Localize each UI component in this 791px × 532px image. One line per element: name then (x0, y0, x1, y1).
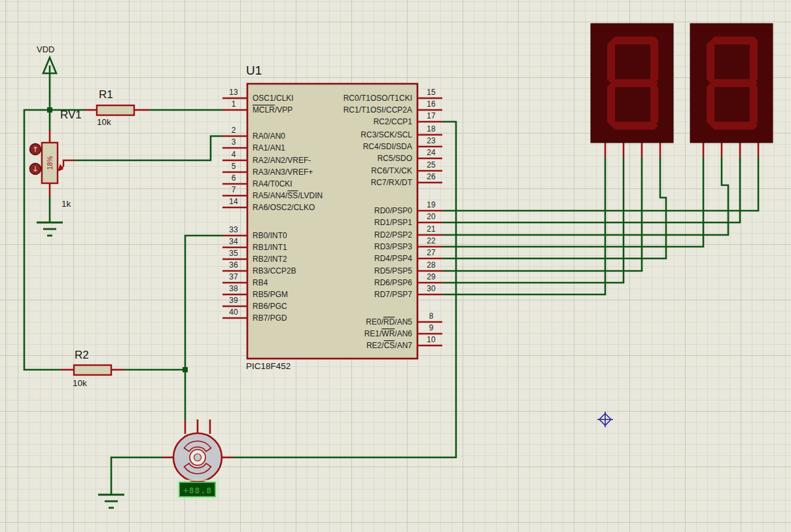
pin-number: 27 (427, 248, 436, 257)
pin-label: RA1/AN1 (253, 143, 285, 152)
segment (711, 122, 758, 130)
pin-number: 23 (427, 136, 436, 145)
pin-number: 25 (427, 160, 436, 169)
pin-number: 16 (427, 99, 436, 109)
pin-number: 26 (427, 172, 436, 181)
segment (611, 122, 658, 130)
pot-value: 1k (62, 199, 71, 209)
pin-number: 24 (427, 148, 436, 157)
mcu-u1[interactable]: U1 PIC18F452 13OSC1/CLKI1MCLR/VPP2RA0/AN… (222, 63, 442, 371)
wire[interactable] (442, 157, 758, 211)
resistor-value: 10k (97, 117, 111, 127)
pin-label: RC4/SDI/SDA (363, 142, 412, 151)
segment (611, 79, 658, 87)
pin-label: OSC1/CLKI (253, 94, 294, 103)
pin-label: RB5/PGM (253, 290, 288, 299)
pin-label: RB7/PGD (253, 313, 287, 323)
segment (650, 83, 658, 126)
ground-symbol[interactable] (37, 222, 63, 236)
wire[interactable] (442, 157, 740, 222)
wire[interactable] (442, 157, 703, 247)
motor[interactable]: +88.8 (173, 433, 222, 499)
pin-label: RB4 (253, 278, 268, 287)
vdd-terminal[interactable]: VDD (37, 44, 56, 73)
pin-number: 40 (229, 308, 238, 317)
pot-percent: 18% (46, 156, 54, 169)
seven-segment-display-2[interactable] (690, 24, 773, 143)
pin-label: RC6/TX/CK (371, 166, 412, 175)
ground-symbol[interactable] (98, 495, 124, 508)
resistor-body[interactable] (74, 365, 111, 375)
origin-marker-icon (597, 412, 613, 427)
arrow-up-icon: ↑ (32, 145, 38, 154)
pin-label: RA6/OSC2/CLKO (253, 203, 315, 212)
pin-label: RC2/CCP1 (374, 117, 413, 126)
wire[interactable] (75, 136, 222, 160)
resistor-ref: R1 (99, 88, 113, 101)
wire[interactable] (185, 236, 222, 370)
pin-label: RB3/CCP2B (253, 266, 296, 275)
pin-number: 5 (232, 162, 236, 171)
pin-number: 29 (427, 272, 436, 281)
pin-number: 1 (232, 99, 236, 109)
pin-label: RD3/PSP3 (374, 242, 412, 251)
pin-number: 21 (427, 224, 436, 234)
pin-label: RC0/T1OSO/T1CKI (343, 94, 412, 103)
wire[interactable] (442, 157, 666, 258)
pin-label: RE2/CS/AN7 (366, 341, 412, 350)
pot-wiper (63, 160, 75, 166)
meter-value: +88.8 (183, 486, 212, 495)
segment (711, 79, 758, 87)
chip-ref: U1 (246, 63, 262, 77)
pin-number: 13 (229, 88, 238, 97)
pin-number: 30 (427, 284, 436, 293)
pin-number: 14 (229, 197, 238, 206)
pin-number: 28 (427, 260, 436, 270)
schematic-canvas[interactable]: VDD R1 10k R2 10k 18% ↑ ↓ RV1 (0, 0, 791, 532)
resistor-r2[interactable]: R2 10k (73, 349, 111, 388)
wire[interactable] (442, 157, 605, 294)
pin-label: RB2/INT2 (253, 255, 287, 264)
resistor-r1[interactable]: R1 10k (97, 88, 134, 127)
pin-number: 20 (427, 212, 436, 221)
wire[interactable] (442, 157, 642, 271)
pin-label: RD1/PSP1 (374, 218, 412, 227)
pin-label: MCLR/VPP (253, 105, 292, 115)
pin-number: 18 (427, 124, 436, 133)
arrow-down-icon: ↓ (32, 165, 38, 173)
pot-decrease-button[interactable]: ↓ (30, 164, 41, 175)
pot-ref: RV1 (60, 109, 82, 121)
pin-number: 10 (427, 335, 436, 344)
pin-label: RA2/AN2/VREF- (253, 156, 311, 165)
segment (607, 83, 615, 126)
resistor-body[interactable] (97, 105, 134, 115)
wire[interactable] (111, 457, 162, 495)
pin-label: RB6/PGC (253, 302, 287, 311)
pin-label: RC7/RX/DT (371, 178, 413, 187)
pin-label: RE1/WR/AN6 (364, 329, 413, 338)
pin-number: 37 (229, 272, 238, 281)
pot-increase-button[interactable]: ↑ (30, 144, 41, 155)
pin-label: RD5/PSP5 (374, 266, 412, 275)
motor-meter: +88.8 (177, 480, 217, 499)
pin-label: RB0/INT0 (253, 231, 287, 240)
pin-label: RB1/INT1 (253, 243, 287, 252)
junction-dot (47, 107, 52, 113)
potentiometer-rv1[interactable]: 18% ↑ ↓ RV1 1k (30, 109, 82, 209)
pin-number: 38 (229, 284, 238, 293)
segment (707, 41, 714, 83)
pin-number: 33 (229, 225, 238, 234)
pin-label: RD2/PSP2 (374, 230, 412, 239)
pin-number: 15 (427, 88, 436, 97)
resistor-ref: R2 (75, 349, 89, 361)
wire[interactable] (442, 157, 624, 283)
pin-number: 36 (229, 260, 238, 270)
seven-segment-display-1[interactable] (591, 24, 673, 143)
resistor-value: 10k (73, 378, 87, 388)
pin-number: 2 (232, 126, 236, 135)
pin-label: RA5/AN4/SS/LVDIN (253, 191, 323, 200)
pin-label: RA3/AN3/VREF+ (253, 168, 313, 177)
pin-label: RC1/T1OSI/CCP2A (343, 105, 412, 115)
pin-number: 35 (229, 249, 238, 258)
pin-label: RC3/SCK/SCL (360, 130, 412, 139)
